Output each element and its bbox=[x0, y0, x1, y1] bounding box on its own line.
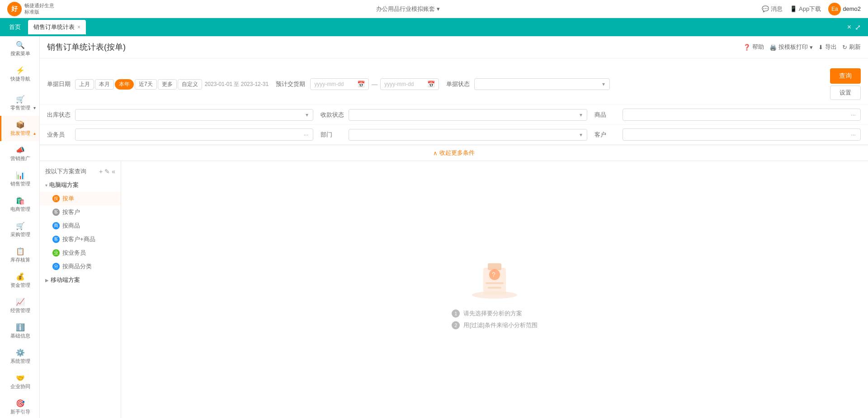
query-button[interactable]: 查询 bbox=[830, 68, 861, 84]
receipt-status-dropdown[interactable]: ▾ bbox=[349, 109, 587, 121]
marketing-icon: 📣 bbox=[16, 146, 25, 154]
collapse-panel-button[interactable]: « bbox=[112, 168, 115, 175]
delivery-date-end[interactable]: yyyy-mm-dd 📅 bbox=[380, 78, 439, 90]
basic-icon: ℹ️ bbox=[16, 323, 25, 332]
message-button[interactable]: 💬 消息 bbox=[762, 5, 783, 13]
delivery-status-arrow-icon: ▾ bbox=[306, 112, 308, 118]
retail-arrow-icon: ▾ bbox=[33, 105, 36, 110]
scheme-item-by-order[interactable]: 按 按单 bbox=[40, 192, 121, 205]
date-range-text: 2023-01-01 至 2023-12-31 bbox=[205, 81, 269, 88]
calendar-icon-2: 📅 bbox=[427, 81, 435, 88]
empty-state-tip-2: 2 用[过滤]条件来缩小分析范围 bbox=[452, 321, 537, 329]
sidebar-item-system[interactable]: ⚙️ 系统管理 bbox=[0, 344, 39, 369]
sidebar-item-enterprise[interactable]: 🤝 企业协同 bbox=[0, 369, 39, 394]
sidebar-item-retail[interactable]: 🛒 零售管理 ▾ bbox=[0, 90, 39, 116]
scheme-item-by-salesman[interactable]: 业 按业务员 bbox=[40, 246, 121, 260]
sidebar-item-wholesale[interactable]: 📦 批发管理 ▴ bbox=[0, 116, 39, 141]
sidebar-item-purchase[interactable]: 🛒 采购管理 bbox=[0, 217, 39, 242]
system-icon: ⚙️ bbox=[16, 348, 25, 357]
edit-scheme-button[interactable]: ✎ bbox=[104, 168, 110, 175]
date-range-separator: — bbox=[372, 81, 377, 88]
collapse-filter-button[interactable]: ∧ 收起更多条件 bbox=[40, 145, 868, 161]
tab-maximize-button[interactable]: ⤢ bbox=[855, 23, 861, 32]
customer-filter: 客户 ··· bbox=[594, 128, 861, 141]
tab-minimize-button[interactable]: × bbox=[847, 23, 851, 31]
scheme-icon-by-salesman: 业 bbox=[52, 249, 60, 256]
sidebar-item-marketing[interactable]: 📣 营销推广 bbox=[0, 141, 39, 166]
salesman-input[interactable]: ··· bbox=[75, 128, 313, 141]
last7-button[interactable]: 近7天 bbox=[135, 79, 157, 90]
wholesale-arrow-icon: ▴ bbox=[33, 131, 36, 136]
more-date-button[interactable]: 更多 bbox=[158, 79, 177, 90]
scheme-item-by-goods[interactable]: 商 按商品 bbox=[40, 219, 121, 233]
custom-date-button[interactable]: 自定义 bbox=[178, 79, 202, 90]
sidebar: 🔍 搜索菜单 ⚡ 快捷导航 🛒 零售管理 ▾ 📦 批发管理 ▴ 📣 营销推广 bbox=[0, 36, 40, 418]
tab-home[interactable]: 首页 bbox=[4, 20, 26, 34]
this-month-button[interactable]: 本月 bbox=[95, 79, 114, 90]
operation-icon: 📈 bbox=[16, 298, 25, 306]
customer-more-icon: ··· bbox=[851, 131, 856, 138]
goods-input[interactable]: ··· bbox=[623, 109, 861, 121]
top-bar-right: 💬 消息 📱 App下载 Ea demo2 bbox=[762, 3, 861, 15]
user-profile[interactable]: Ea demo2 bbox=[828, 3, 861, 15]
sidebar-item-quick-nav[interactable]: ⚡ 快捷导航 bbox=[0, 62, 39, 87]
help-button[interactable]: ❓ 帮助 bbox=[743, 43, 764, 51]
empty-state-tip-1: 1 请先选择要分析的方案 bbox=[452, 309, 537, 318]
doc-status-arrow-icon: ▾ bbox=[602, 81, 605, 87]
scheme-item-by-category[interactable]: 分 按商品分类 bbox=[40, 260, 121, 273]
message-icon: 💬 bbox=[762, 5, 769, 12]
refresh-button[interactable]: ↻ 刷新 bbox=[842, 43, 861, 51]
avatar: Ea bbox=[828, 3, 841, 15]
dept-arrow-icon: ▾ bbox=[580, 132, 582, 138]
tab-sales-statistics[interactable]: 销售订单统计表 × bbox=[28, 20, 86, 34]
receipt-status-arrow-icon: ▾ bbox=[580, 112, 582, 118]
settings-button[interactable]: 设置 bbox=[830, 86, 861, 100]
mobile-group-title[interactable]: ▶ 移动端方案 bbox=[40, 273, 121, 287]
sidebar-item-search[interactable]: 🔍 搜索菜单 bbox=[0, 36, 39, 62]
empty-state: ? 1 请先选择要分析的方案 2 用[过滤]条件来缩小分析范围 bbox=[121, 250, 868, 329]
sidebar-item-basic[interactable]: ℹ️ 基础信息 bbox=[0, 318, 39, 344]
pc-group-arrow-icon: ▾ bbox=[45, 183, 47, 188]
empty-state-illustration: ? bbox=[463, 250, 526, 304]
tab-close-icon[interactable]: × bbox=[77, 24, 80, 30]
filter-row-2: 出库状态 ▾ 收款状态 ▾ 商品 bbox=[40, 105, 868, 125]
customer-input[interactable]: ··· bbox=[623, 128, 861, 141]
delivery-status-dropdown[interactable]: ▾ bbox=[75, 109, 313, 121]
delivery-status-label: 出库状态 bbox=[47, 111, 72, 119]
page-title-row: 销售订单统计表(按单) ❓ 帮助 🖨️ 按模板打印 ▾ ⬇ 导出 bbox=[40, 36, 868, 58]
goods-more-icon: ··· bbox=[851, 111, 856, 118]
scheme-icon-by-customer: 客 bbox=[52, 209, 60, 216]
chevron-down-icon: ▾ bbox=[437, 5, 440, 12]
help-icon: ❓ bbox=[743, 44, 750, 51]
svg-rect-2 bbox=[488, 263, 501, 270]
expected-delivery-label: 预计交货期 bbox=[276, 80, 307, 88]
filter-area: 单据日期 上月 本月 本年 近7天 更多 自定义 2023-01-01 至 20… bbox=[40, 64, 868, 161]
pc-group-title[interactable]: ▾ 电脑端方案 bbox=[40, 178, 121, 192]
export-button[interactable]: ⬇ 导出 bbox=[818, 43, 837, 51]
scheme-icon-by-customer-goods: 客 bbox=[52, 236, 60, 243]
top-layout: 销售订单统计表(按单) ❓ 帮助 🖨️ 按模板打印 ▾ ⬇ 导出 bbox=[40, 36, 868, 161]
sidebar-item-inventory[interactable]: 📋 库存核算 bbox=[0, 242, 39, 268]
sidebar-item-ecommerce[interactable]: 🛍️ 电商管理 bbox=[0, 192, 39, 217]
calendar-icon: 📅 bbox=[357, 81, 365, 88]
app-icon: 📱 bbox=[790, 5, 797, 12]
scheme-icon-by-order: 按 bbox=[52, 195, 60, 202]
dept-dropdown[interactable]: ▾ bbox=[349, 129, 587, 141]
scheme-item-by-customer[interactable]: 客 按客户 bbox=[40, 205, 121, 219]
date-filter: 单据日期 上月 本月 本年 近7天 更多 自定义 2023-01-01 至 20… bbox=[47, 79, 269, 90]
top-bar-left: 好 畅捷通好生意 标准版 bbox=[7, 2, 54, 16]
app-download-button[interactable]: 📱 App下载 bbox=[790, 5, 821, 13]
add-scheme-button[interactable]: + bbox=[99, 168, 103, 175]
delivery-date-start[interactable]: yyyy-mm-dd 📅 bbox=[310, 78, 369, 90]
sidebar-item-finance[interactable]: 💰 资金管理 bbox=[0, 268, 39, 293]
sidebar-item-sales[interactable]: 📊 销售管理 bbox=[0, 166, 39, 192]
industry-selector[interactable]: 办公用品行业模拟账套 ▾ bbox=[376, 5, 440, 13]
this-year-button[interactable]: 本年 bbox=[115, 79, 134, 90]
doc-status-dropdown[interactable]: ▾ bbox=[474, 78, 610, 90]
last-month-button[interactable]: 上月 bbox=[75, 79, 94, 90]
print-button[interactable]: 🖨️ 按模板打印 ▾ bbox=[769, 43, 813, 51]
scheme-item-by-customer-goods[interactable]: 客 按客户+商品 bbox=[40, 233, 121, 246]
sidebar-item-newbie[interactable]: 🎯 新手引导 bbox=[0, 394, 39, 418]
svg-text:?: ? bbox=[492, 271, 495, 278]
sidebar-item-operation[interactable]: 📈 经营管理 bbox=[0, 293, 39, 318]
